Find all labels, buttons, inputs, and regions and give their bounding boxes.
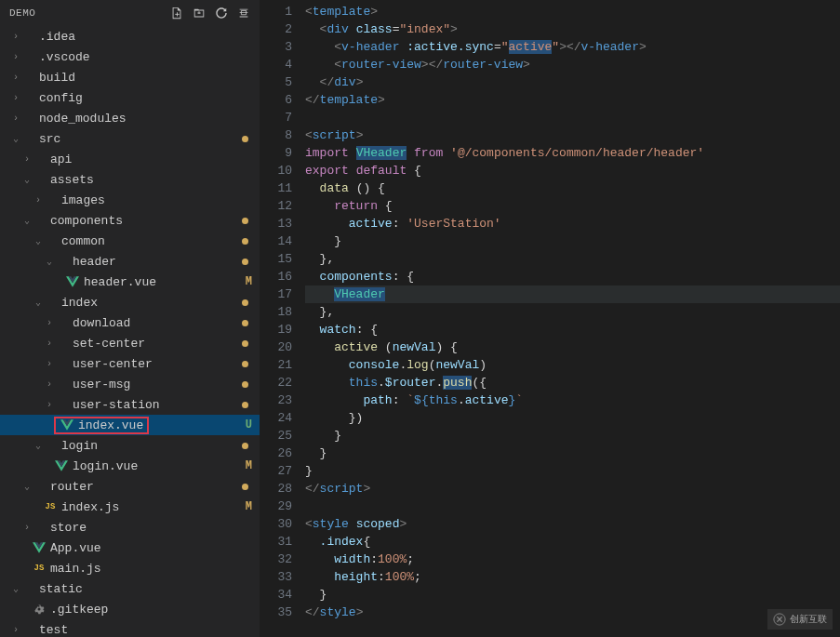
tree-item-user-center[interactable]: ›user-center: [0, 353, 260, 374]
expand-arrow-icon[interactable]: ›: [11, 625, 20, 635]
code-line[interactable]: height:100%;: [305, 568, 840, 586]
code-line[interactable]: },: [305, 250, 840, 268]
file-label: .gitkeep: [50, 603, 252, 617]
expand-arrow-icon[interactable]: ⌄: [22, 174, 32, 185]
code-line[interactable]: }: [305, 427, 840, 445]
code-line[interactable]: <style scoped>: [305, 515, 840, 533]
code-line[interactable]: return {: [305, 197, 840, 215]
expand-arrow-icon[interactable]: ⌄: [33, 297, 43, 308]
line-number: 20: [260, 338, 292, 356]
expand-arrow-icon[interactable]: ›: [11, 52, 20, 62]
code-line[interactable]: <div class="index">: [305, 20, 840, 38]
code-line[interactable]: VHeader: [305, 285, 840, 303]
expand-arrow-icon[interactable]: ⌄: [11, 133, 20, 144]
expand-arrow-icon[interactable]: ⌄: [22, 481, 32, 492]
code-line[interactable]: </template>: [305, 91, 840, 109]
code-line[interactable]: width:100%;: [305, 551, 840, 568]
collapse-icon[interactable]: [237, 7, 250, 20]
expand-arrow-icon[interactable]: ⌄: [33, 235, 43, 246]
code-line[interactable]: </div>: [305, 73, 840, 91]
code-line[interactable]: [305, 498, 840, 515]
tree-item-images[interactable]: ›images: [0, 190, 260, 210]
code-editor[interactable]: 1234567891011121314151617181920212223242…: [260, 0, 840, 637]
code-line[interactable]: components: {: [305, 268, 840, 285]
tree-item--gitkeep[interactable]: .gitkeep: [0, 599, 260, 619]
expand-arrow-icon[interactable]: ›: [11, 32, 20, 42]
tree-item-main-js[interactable]: JSmain.js: [0, 558, 260, 578]
expand-arrow-icon[interactable]: ›: [11, 93, 20, 103]
code-line[interactable]: [305, 109, 840, 126]
tree-item-config[interactable]: ›config: [0, 87, 260, 108]
tree-item-login[interactable]: ⌄login: [0, 435, 260, 456]
code-content[interactable]: <template> <div class="index"> <v-header…: [305, 0, 840, 637]
code-line[interactable]: }: [305, 232, 840, 250]
file-tree[interactable]: ›.idea›.vscode›build›config›node_modules…: [0, 26, 260, 637]
tree-item-index-js[interactable]: JSindex.jsM: [0, 497, 260, 517]
tree-item-index-vue[interactable]: index.vueU: [0, 415, 260, 435]
expand-arrow-icon[interactable]: ›: [22, 523, 32, 533]
expand-arrow-icon[interactable]: ›: [11, 113, 20, 124]
expand-arrow-icon[interactable]: ⌄: [33, 440, 43, 451]
code-line[interactable]: }: [305, 445, 840, 462]
code-line[interactable]: <router-view></router-view>: [305, 56, 840, 73]
code-line[interactable]: </style>: [305, 604, 840, 621]
tree-item-assets[interactable]: ⌄assets: [0, 169, 260, 190]
expand-arrow-icon[interactable]: ›: [45, 318, 54, 328]
tree-item-router[interactable]: ⌄router: [0, 476, 260, 497]
expand-arrow-icon[interactable]: ›: [45, 359, 54, 369]
new-folder-icon[interactable]: [193, 7, 206, 20]
tree-item-user-msg[interactable]: ›user-msg: [0, 374, 260, 394]
code-line[interactable]: </script>: [305, 480, 840, 498]
tree-item-src[interactable]: ⌄src: [0, 128, 260, 149]
new-file-icon[interactable]: [170, 7, 183, 20]
line-number: 11: [260, 179, 292, 197]
tree-item-user-station[interactable]: ›user-station: [0, 394, 260, 415]
expand-arrow-icon[interactable]: ›: [33, 195, 43, 206]
code-line[interactable]: console.log(newVal): [305, 356, 840, 374]
tree-item--idea[interactable]: ›.idea: [0, 26, 260, 46]
code-line[interactable]: <template>: [305, 3, 840, 20]
code-line[interactable]: .index{: [305, 533, 840, 551]
code-line[interactable]: path: `${this.active}`: [305, 391, 840, 409]
expand-arrow-icon[interactable]: ›: [45, 338, 54, 349]
tree-item-set-center[interactable]: ›set-center: [0, 333, 260, 353]
tree-item-api[interactable]: ›api: [0, 149, 260, 169]
code-line[interactable]: <script>: [305, 126, 840, 144]
code-line[interactable]: export default {: [305, 162, 840, 179]
tree-item-index[interactable]: ⌄index: [0, 292, 260, 312]
expand-arrow-icon[interactable]: ›: [22, 154, 32, 165]
file-label: router: [50, 480, 242, 494]
tree-item--vscode[interactable]: ›.vscode: [0, 46, 260, 67]
code-line[interactable]: active: 'UserStation': [305, 215, 840, 232]
expand-arrow-icon[interactable]: ›: [45, 379, 54, 390]
tree-item-build[interactable]: ›build: [0, 67, 260, 87]
code-line[interactable]: },: [305, 303, 840, 321]
tree-item-common[interactable]: ⌄common: [0, 231, 260, 251]
code-line[interactable]: import VHeader from '@/components/common…: [305, 144, 840, 162]
code-line[interactable]: }: [305, 462, 840, 480]
expand-arrow-icon[interactable]: ›: [45, 400, 54, 410]
expand-arrow-icon[interactable]: ⌄: [45, 256, 54, 267]
code-line[interactable]: }: [305, 586, 840, 604]
expand-arrow-icon[interactable]: ⌄: [11, 583, 20, 594]
code-line[interactable]: active (newVal) {: [305, 338, 840, 356]
tree-item-node-modules[interactable]: ›node_modules: [0, 108, 260, 128]
tree-item-test[interactable]: ›test: [0, 619, 260, 637]
tree-item-header-vue[interactable]: header.vueM: [0, 272, 260, 292]
code-line[interactable]: watch: {: [305, 321, 840, 338]
tree-item-app-vue[interactable]: App.vue: [0, 537, 260, 558]
code-line[interactable]: data () {: [305, 179, 840, 197]
tree-item-download[interactable]: ›download: [0, 312, 260, 333]
tree-item-header[interactable]: ⌄header: [0, 251, 260, 272]
code-line[interactable]: <v-header :active.sync="active"></v-head…: [305, 38, 840, 56]
tree-item-login-vue[interactable]: login.vueM: [0, 456, 260, 476]
expand-arrow-icon[interactable]: ⌄: [22, 215, 32, 226]
file-icon: [65, 276, 80, 287]
tree-item-static[interactable]: ⌄static: [0, 578, 260, 599]
code-line[interactable]: }): [305, 409, 840, 427]
tree-item-components[interactable]: ⌄components: [0, 210, 260, 231]
code-line[interactable]: this.$router.push({: [305, 374, 840, 391]
tree-item-store[interactable]: ›store: [0, 517, 260, 537]
expand-arrow-icon[interactable]: ›: [11, 73, 20, 83]
refresh-icon[interactable]: [215, 7, 228, 20]
